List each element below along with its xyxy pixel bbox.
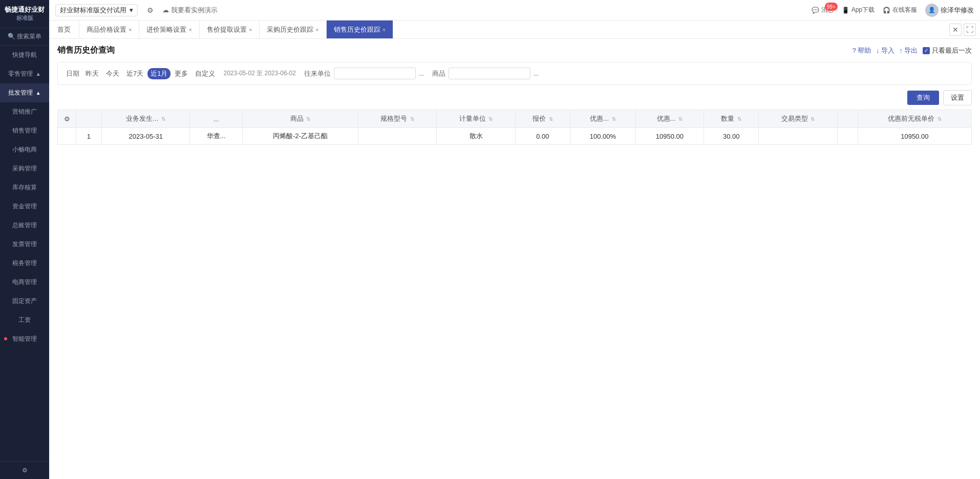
col-discount-pct[interactable]: 优惠... ⇅ (570, 110, 635, 128)
tab-price-extract-close[interactable]: × (249, 27, 252, 33)
sidebar-item-finance[interactable]: 资金管理 (0, 197, 49, 216)
tabs-fullscreen-btn[interactable]: ⛶ (964, 24, 976, 36)
tab-home[interactable]: 首页 (49, 20, 79, 38)
sidebar-item-invoice[interactable]: 发票管理 (0, 235, 49, 254)
sidebar-item-assets-label: 固定资产 (12, 297, 37, 304)
sidebar-item-marketing[interactable]: 营销推广 (0, 102, 49, 121)
date-custom-btn[interactable]: 自定义 (192, 68, 218, 79)
sidebar-item-inventory[interactable]: 库存核算 (0, 178, 49, 197)
sidebar-item-ecommerce-small-label: 小畅电商 (12, 146, 37, 153)
sidebar-item-purchase-label: 采购管理 (12, 165, 37, 172)
checkbox-box (923, 47, 930, 54)
import-icon: ↓ (876, 47, 880, 54)
demo-btn[interactable]: ☁ 我要看实例演示 (162, 6, 218, 15)
col-product[interactable]: 商品 ⇅ (242, 110, 358, 128)
settings-icon: ⚙ (22, 467, 28, 474)
data-table: ⚙ 业务发生... ⇅ ... 商品 ⇅ 规格型号 (57, 110, 972, 145)
col-seq (76, 110, 102, 128)
col-unit[interactable]: 计量单位 ⇅ (437, 110, 515, 128)
col-unit-label: 计量单位 (459, 115, 486, 122)
sidebar-item-retail[interactable]: 零售管理 ▲ (0, 64, 49, 83)
tab-purchase-history[interactable]: 采购历史价跟踪 × (260, 20, 326, 38)
sidebar-search[interactable]: 🔍 搜索菜单 (0, 28, 49, 46)
sidebar-item-sales[interactable]: 销售管理 (0, 121, 49, 140)
col-more1[interactable]: ... (190, 110, 242, 128)
col-more1-label: ... (214, 115, 219, 123)
date-yesterday-btn[interactable]: 昨天 (82, 68, 102, 79)
query-button[interactable]: 查询 (907, 91, 939, 105)
tab-price-extract[interactable]: 售价提取设置 × (200, 20, 260, 38)
chevron-icon: ▲ (36, 71, 41, 77)
sort-icon-pretax: ⇅ (938, 116, 942, 122)
product-input[interactable] (449, 68, 530, 79)
col-trans-type[interactable]: 交易类型 ⇅ (759, 110, 837, 128)
date-1month-btn[interactable]: 近1月 (147, 68, 171, 79)
sort-icon-disc-amt: ⇅ (678, 116, 683, 122)
col-pretax-price[interactable]: 优惠前无税单价 ⇅ (858, 110, 971, 128)
tab-purchase-strategy[interactable]: 进价策略设置 × (139, 20, 199, 38)
row-biz-date: 2023-05-31 (101, 128, 189, 145)
sidebar-item-smart[interactable]: 智能管理 (0, 330, 49, 349)
sidebar-item-wholesale-label: 批发管理 (8, 89, 33, 96)
sidebar-item-smart-label: 智能管理 (12, 335, 37, 342)
source-unit-input[interactable] (334, 68, 416, 79)
sidebar-item-ecommerce-small[interactable]: 小畅电商 (0, 140, 49, 159)
online-service-btn[interactable]: 🎧 在线客服 (883, 6, 917, 14)
page-content: 销售历史价查询 ? 帮助 ↓ 导入 ↑ 导出 只看最后一次 (49, 39, 980, 479)
row-trans-type (759, 128, 837, 145)
row-qty: 30.00 (704, 128, 759, 145)
col-spec[interactable]: 规格型号 ⇅ (358, 110, 437, 128)
topbar: 好业财标准版交付试用 ▾ ⚙ ☁ 我要看实例演示 💬 消息 99+ 📱 App下… (49, 0, 980, 20)
date-more-btn[interactable]: 更多 (172, 68, 191, 79)
col-discount-amt[interactable]: 优惠... ⇅ (635, 110, 704, 128)
topbar-settings-btn[interactable]: ⚙ (143, 3, 157, 17)
tabs-close-btn[interactable]: ✕ (949, 24, 962, 36)
sidebar-item-ledger-label: 总账管理 (12, 222, 37, 229)
tab-sales-history-close[interactable]: × (382, 27, 386, 33)
search-icon: 🔍 (8, 33, 15, 40)
messages-btn[interactable]: 💬 消息 99+ (812, 6, 834, 14)
tab-purchase-strategy-close[interactable]: × (188, 27, 191, 33)
table-header: ⚙ 业务发生... ⇅ ... 商品 ⇅ 规格型号 (58, 110, 972, 128)
tab-product-price[interactable]: 商品价格设置 × (79, 20, 139, 38)
sidebar-item-wholesale[interactable]: 批发管理 ▲ (0, 83, 49, 102)
col-settings[interactable]: ⚙ (58, 110, 76, 128)
tab-purchase-history-label: 采购历史价跟踪 (267, 25, 313, 34)
sidebar-quick-nav-label: 快捷导航 (12, 51, 37, 58)
product-more-btn[interactable]: ... (534, 70, 539, 77)
date-7days-btn[interactable]: 近7天 (123, 68, 146, 79)
help-link[interactable]: ? 帮助 (853, 46, 871, 55)
online-service-label: 在线客服 (892, 6, 917, 14)
sidebar-item-salary[interactable]: 工资 (0, 311, 49, 330)
last-only-checkbox[interactable]: 只看最后一次 (923, 46, 972, 55)
settings-button[interactable]: 设置 (943, 90, 972, 105)
date-today-btn[interactable]: 今天 (103, 68, 122, 79)
table-settings-icon: ⚙ (64, 115, 70, 123)
sidebar-item-purchase[interactable]: 采购管理 (0, 159, 49, 178)
user-profile-btn[interactable]: 👤 徐泽华修改 (925, 4, 974, 17)
sidebar-settings-btn[interactable]: ⚙ (0, 461, 49, 479)
product-filter-group: 商品 ... (432, 68, 539, 79)
sidebar-item-ecommerce[interactable]: 电商管理 (0, 273, 49, 292)
tab-sales-history-label: 销售历史价跟踪 (334, 25, 380, 34)
row-spec (358, 128, 437, 145)
col-price[interactable]: 报价 ⇅ (515, 110, 570, 128)
col-biz-date-label: 业务发生... (126, 115, 158, 122)
export-link[interactable]: ↑ 导出 (900, 46, 918, 55)
source-unit-more-btn[interactable]: ... (419, 70, 424, 77)
tab-purchase-history-close[interactable]: × (315, 27, 318, 33)
version-selector[interactable]: 好业财标准版交付试用 ▾ (55, 4, 138, 16)
sidebar-item-ledger[interactable]: 总账管理 (0, 216, 49, 235)
tab-sales-history[interactable]: 销售历史价跟踪 × (327, 20, 393, 38)
import-link[interactable]: ↓ 导入 (876, 46, 894, 55)
source-unit-filter-group: 往来单位 ... (304, 68, 424, 79)
sidebar-item-tax[interactable]: 税务管理 (0, 254, 49, 273)
col-qty[interactable]: 数量 ⇅ (704, 110, 759, 128)
sidebar-item-assets[interactable]: 固定资产 (0, 292, 49, 311)
tab-product-price-close[interactable]: × (129, 27, 132, 33)
sort-icon-trans: ⇅ (811, 116, 815, 122)
sidebar-quick-nav[interactable]: 快捷导航 (0, 46, 49, 64)
col-pretax-price-label: 优惠前无税单价 (888, 115, 934, 122)
app-download-btn[interactable]: 📱 App下载 (842, 6, 875, 14)
col-biz-date[interactable]: 业务发生... ⇅ (101, 110, 189, 128)
